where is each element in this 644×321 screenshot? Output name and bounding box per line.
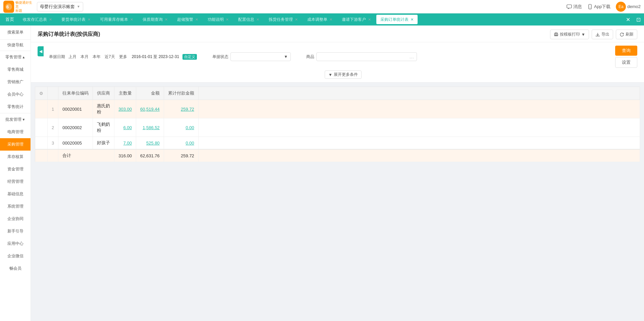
filter-collapse-btn[interactable]: ◀ xyxy=(38,46,44,56)
tab-home[interactable]: 首页 xyxy=(1,16,18,22)
sidebar-item-retail-stats[interactable]: 零售统计 xyxy=(0,101,31,113)
shortcut-more[interactable]: 更多 xyxy=(118,53,128,60)
tab-expiry-query[interactable]: 保质期查询 ✕ xyxy=(139,15,172,24)
settings-btn[interactable]: 设置 xyxy=(615,57,637,68)
sidebar-item-purchase-mgmt[interactable]: 采购管理 xyxy=(0,138,31,151)
row-empty-2 xyxy=(198,118,640,137)
user-profile-btn[interactable]: Ea demo2 xyxy=(616,2,641,12)
sidebar-item-new-guide[interactable]: 新手引导 xyxy=(0,225,31,237)
shortcut-this-year[interactable]: 本年 xyxy=(91,53,102,60)
tab-receipt-summary[interactable]: 收发存汇总表 ✕ xyxy=(19,15,56,24)
row-name-2: 飞鹤奶粉 xyxy=(93,118,114,137)
goods-more-btn[interactable]: … xyxy=(409,54,414,59)
export-btn[interactable]: 导出 xyxy=(592,30,613,39)
tab-config-info[interactable]: 配置信息 ✕ xyxy=(234,15,263,24)
sidebar-item-app-center[interactable]: 应用中心 xyxy=(0,237,31,250)
th-empty xyxy=(198,87,640,100)
quick-nav-btn[interactable]: 快捷导航 xyxy=(0,40,31,51)
sidebar-item-retail-mall[interactable]: 零售商城 xyxy=(0,63,31,76)
tab-close-active-icon[interactable]: ✕ xyxy=(411,17,414,22)
tab-overstock-warning[interactable]: 超储预警 ✕ xyxy=(173,15,202,24)
tab-close-icon[interactable]: ✕ xyxy=(88,17,91,22)
tab-cost-adjust[interactable]: 成本调整单 ✕ xyxy=(303,15,336,24)
sidebar-item-basic-info[interactable]: 基础信息 xyxy=(0,188,31,200)
row-qty-3[interactable]: 7.00 xyxy=(114,137,136,150)
row-amount-1[interactable]: 60,519.44 xyxy=(136,100,164,118)
tab-available-stock[interactable]: 可用量库存账本 ✕ xyxy=(96,15,137,24)
tab-fullscreen-btn[interactable]: ⊡ xyxy=(634,16,643,23)
goods-input[interactable] xyxy=(319,54,409,59)
tab-close-icon[interactable]: ✕ xyxy=(195,17,198,22)
app-download-btn[interactable]: App下载 xyxy=(587,4,610,10)
search-menu-btn[interactable]: 搜索菜单 xyxy=(2,28,29,37)
tab-navigation: 首页 收发存汇总表 ✕ 要货单统计表 ✕ 可用量库存账本 ✕ 保质期查询 ✕ 超… xyxy=(0,13,644,25)
status-select[interactable]: ▼ xyxy=(230,52,291,61)
expand-more-conditions-btn[interactable]: ▼ 展开更多条件 xyxy=(325,70,362,79)
tab-picking-task[interactable]: 拣货任务管理 ✕ xyxy=(265,15,302,24)
workspace-selector[interactable]: 母婴行业演示账套 ▼ xyxy=(37,2,83,11)
sidebar-item-inventory-check[interactable]: 库存核算 xyxy=(0,151,31,163)
tab-close-icon[interactable]: ✕ xyxy=(226,17,229,22)
workspace-name: 母婴行业演示账套 xyxy=(40,4,75,10)
status-dropdown-arrow: ▼ xyxy=(284,54,288,59)
svg-rect-6 xyxy=(555,33,557,34)
sidebar-item-member-center[interactable]: 会员中心 xyxy=(0,88,31,101)
row-paid-3[interactable]: 0.00 xyxy=(164,137,198,150)
refresh-btn[interactable]: 刷新 xyxy=(616,30,637,39)
table-row: 2 00020002 飞鹤奶粉 6.00 1,586.52 0.00 xyxy=(35,118,640,137)
row-gear-3 xyxy=(35,137,48,150)
row-amount-2[interactable]: 1,586.52 xyxy=(136,118,164,137)
svg-point-4 xyxy=(590,8,590,8)
row-qty-1[interactable]: 303.00 xyxy=(114,100,136,118)
row-paid-2[interactable]: 0.00 xyxy=(164,118,198,137)
tab-function-desc[interactable]: 功能说明 ✕ xyxy=(204,15,233,24)
footer-empty xyxy=(198,149,640,162)
row-code-1: 00020001 xyxy=(58,100,93,118)
query-action-btns: 查询 设置 xyxy=(615,46,637,68)
shortcut-this-month[interactable]: 本月 xyxy=(79,53,90,60)
row-idx-3: 3 xyxy=(48,137,58,150)
goods-input-wrapper: … xyxy=(316,52,417,61)
workspace-arrow: ▼ xyxy=(77,5,80,8)
tab-close-icon[interactable]: ✕ xyxy=(165,17,168,22)
tab-order-stats[interactable]: 要货单统计表 ✕ xyxy=(57,15,95,24)
footer-gear xyxy=(35,149,48,162)
sidebar-item-vip-member[interactable]: 畅会员 xyxy=(0,262,31,275)
filter-goods-item: 商品 … xyxy=(306,52,417,61)
shortcut-last-month[interactable]: 上月 xyxy=(67,53,78,60)
message-btn[interactable]: 消息 xyxy=(567,4,582,10)
sidebar-item-enterprise-collab[interactable]: 企业协同 xyxy=(0,213,31,225)
filter-form: 单据日期 上月 本月 本年 近7天 更多 2016-01-01 至 2023-1… xyxy=(49,46,637,79)
tab-invite-downstream[interactable]: 邀请下游客户 ✕ xyxy=(338,15,375,24)
sidebar-item-enterprise-wechat[interactable]: 企业微信 xyxy=(0,250,31,262)
sidebar-item-wholesale-mgmt[interactable]: 批发管理 ▼ xyxy=(0,113,31,126)
shortcut-7days[interactable]: 近7天 xyxy=(103,53,116,60)
tab-close-icon[interactable]: ✕ xyxy=(295,17,298,22)
footer-qty: 316.00 xyxy=(114,149,136,162)
th-gear[interactable]: ⚙ xyxy=(35,87,48,100)
refresh-icon xyxy=(620,32,624,37)
print-btn[interactable]: 按模板打印 ▼ xyxy=(550,30,589,39)
sidebar-item-retail-mgmt[interactable]: 零售管理 ▲ xyxy=(0,51,31,63)
sidebar-item-marketing[interactable]: 营销推广 xyxy=(0,76,31,88)
row-gear-1 xyxy=(35,100,48,118)
tab-close-icon[interactable]: ✕ xyxy=(130,17,133,22)
sidebar-item-fund-mgmt[interactable]: 资金管理 xyxy=(0,163,31,175)
table-container: ⚙ 往来单位编码 供应商 主数量 金额 累计付款金额 1 00020001 xyxy=(31,83,644,321)
tab-purchase-stats[interactable]: 采购订单统计表 ✕ xyxy=(376,15,418,24)
tab-close-all-btn[interactable]: ✕ xyxy=(624,16,632,23)
sidebar-item-system-mgmt[interactable]: 系统管理 xyxy=(0,200,31,213)
th-index xyxy=(48,87,58,100)
chevron-down-icon: ▼ xyxy=(22,118,25,121)
row-paid-1[interactable]: 259.72 xyxy=(164,100,198,118)
sidebar-item-ecommerce-mgmt[interactable]: 电商管理 xyxy=(0,126,31,138)
query-btn[interactable]: 查询 xyxy=(615,46,637,56)
purchase-stats-table: ⚙ 往来单位编码 供应商 主数量 金额 累计付款金额 1 00020001 xyxy=(35,87,640,162)
tab-close-icon[interactable]: ✕ xyxy=(49,17,52,22)
tab-close-icon[interactable]: ✕ xyxy=(256,17,259,22)
row-amount-3[interactable]: 525.80 xyxy=(136,137,164,150)
sidebar-item-operation-mgmt[interactable]: 经营管理 xyxy=(0,175,31,188)
tab-close-icon[interactable]: ✕ xyxy=(329,17,332,22)
row-qty-2[interactable]: 6.00 xyxy=(114,118,136,137)
tab-close-icon[interactable]: ✕ xyxy=(368,17,371,22)
